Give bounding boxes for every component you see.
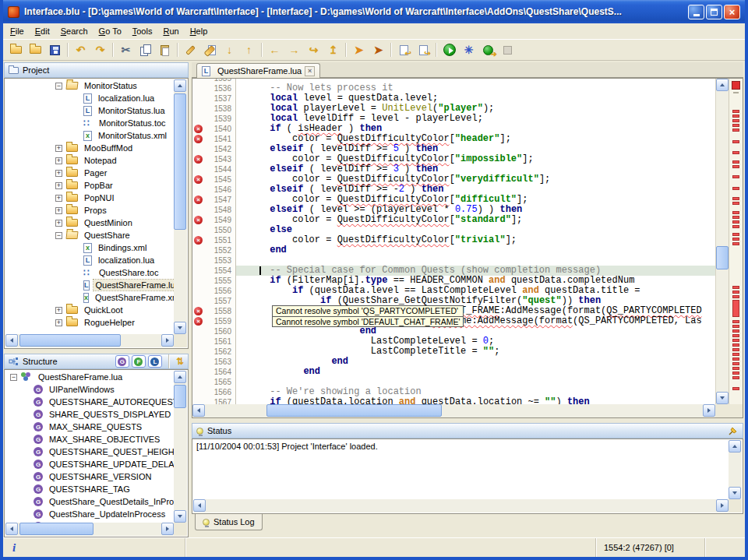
scroll-up-button[interactable] [729,440,741,453]
paste-button[interactable] [155,41,175,59]
error-stripe-mark[interactable] [732,202,739,205]
scroll-thumb[interactable] [716,246,729,269]
gutter-line-1538[interactable]: 1538 [192,104,235,114]
menu-item-go-to[interactable]: Go To [94,24,127,38]
goto-usage-button[interactable]: ↥ [323,41,343,59]
gutter-line-1549[interactable]: ×1549 [192,215,235,225]
scroll-thumb[interactable] [19,334,121,347]
error-stripe-mark[interactable] [732,387,739,390]
error-stripe[interactable] [729,79,743,404]
expand-icon[interactable]: + [55,319,62,326]
error-icon[interactable]: × [194,236,203,245]
tree-item-moobuffmod[interactable]: +MooBuffMod [5,142,174,154]
gutter-line-1551[interactable]: ×1551 [192,235,235,245]
filter-g-button[interactable]: G [115,355,129,368]
open-project-button[interactable] [6,41,26,59]
error-icon[interactable]: × [194,175,203,184]
gutter-line-1554[interactable]: 1554 [192,266,235,276]
scroll-up-button[interactable] [174,371,186,383]
status-log-content[interactable]: [11/10/2004 00:01:53] Project 'Interface… [193,440,729,499]
gutter-line-1562[interactable]: 1562 [192,347,235,357]
find-next-button[interactable]: ↓ [220,41,239,59]
redo-button[interactable]: ↷ [90,41,110,59]
code-line-1549[interactable]: color = QuestDifficultyColor["standard"]… [236,215,715,225]
error-icon[interactable]: × [194,216,203,224]
gutter-line-1544[interactable]: 1544 [192,164,235,174]
expand-icon[interactable]: + [55,307,62,314]
tree-item-pager[interactable]: +Pager [5,167,174,179]
menu-item-tools[interactable]: Tools [127,24,158,38]
structure-horizontal-scrollbar[interactable] [5,523,174,536]
scroll-down-button[interactable] [716,392,729,404]
scroll-left-button[interactable] [193,499,206,512]
menu-item-search[interactable]: Search [55,24,94,38]
tree-item-notepad[interactable]: +Notepad [5,154,174,167]
sort-icon[interactable]: ⇅ [176,356,184,367]
find-previous-button[interactable]: ↑ [239,41,259,59]
error-stripe-mark[interactable] [732,233,739,236]
gutter-line-1545[interactable]: ×1545 [192,174,235,185]
tree-item-questshareframe-lua[interactable]: LQuestShareFrame.lua [5,279,174,291]
error-stripe-mark[interactable] [732,334,739,337]
pin-icon[interactable] [728,426,739,436]
status-horizontal-scrollbar[interactable] [193,499,729,512]
tree-item-questshareframe-xml[interactable]: xQuestShareFrame.xml [5,291,174,304]
error-stripe-mark[interactable] [732,140,739,143]
collapse-icon[interactable]: − [55,83,62,90]
gutter-line-1566[interactable]: 1566 [192,387,235,397]
error-stripe-mark[interactable] [732,291,739,294]
code-line-1552[interactable]: end [236,245,715,255]
editor-horizontal-scrollbar[interactable] [192,404,715,417]
error-stripe-mark[interactable] [732,362,739,365]
gutter-line-1560[interactable]: 1560 [192,326,235,336]
project-horizontal-scrollbar[interactable] [5,334,174,347]
reload-file-button[interactable]: ↩ [394,41,414,59]
copy-button[interactable] [136,41,155,59]
error-stripe-mark[interactable] [732,295,739,298]
code-area[interactable]: -- Now lets process it local level = que… [236,79,715,404]
tab-close-icon[interactable]: × [305,66,315,76]
expand-icon[interactable]: + [55,220,62,227]
tree-item-max-share-quests[interactable]: GMAX_SHARE_QUESTS [5,421,174,433]
undo-button[interactable]: ↶ [71,41,90,59]
gutter-line-1558[interactable]: ×1558 [192,306,235,316]
scroll-right-button[interactable] [161,334,174,347]
project-vertical-scrollbar[interactable] [174,79,187,334]
tree-item-questshare-update-delay[interactable]: GQUESTSHARE_UPDATE_DELAY [5,458,174,470]
gutter-line-1550[interactable]: 1550 [192,225,235,235]
expand-icon[interactable]: + [55,170,62,177]
scroll-right-button[interactable] [716,499,729,512]
scroll-down-button[interactable] [174,510,186,523]
gutter-line-1559[interactable]: ×1559 [192,316,235,326]
gutter-line-1537[interactable]: 1537 [192,93,235,104]
error-stripe-mark[interactable] [732,119,739,122]
gutter-line-1552[interactable]: 1552 [192,245,235,255]
error-stripe-mark[interactable] [732,339,739,342]
minimize-button[interactable] [688,5,704,19]
code-line-1564[interactable]: end [236,367,715,377]
gutter-line-1564[interactable]: 1564 [192,367,235,377]
collapse-icon[interactable]: − [55,232,62,239]
error-stripe-mark[interactable] [732,220,739,224]
error-stripe-mark[interactable] [732,187,739,190]
code-line-1551[interactable]: color = QuestDifficultyColor["trivial"]; [236,235,715,245]
editor-vertical-scrollbar[interactable] [715,79,729,404]
tree-item-localization-lua[interactable]: Llocalization.lua [5,92,174,104]
cut-button[interactable]: ✂ [116,41,136,59]
scroll-left-button[interactable] [5,334,18,347]
code-line-1567[interactable]: if (questData.location and questData.loc… [236,397,715,404]
error-icon[interactable]: × [194,317,203,326]
error-stripe-mark[interactable] [732,367,739,370]
error-stripe-mark[interactable] [732,329,739,333]
error-stripe-mark[interactable] [732,165,739,168]
menu-item-file[interactable]: File [5,24,30,38]
tree-item-questshare-autorequest-c[interactable]: GQUESTSHARE_AUTOREQUEST_C [5,396,174,408]
error-icon[interactable]: × [194,125,203,133]
expand-icon[interactable]: + [55,157,62,164]
navigate-back-button[interactable]: ← [265,41,284,59]
error-stripe-mark[interactable] [732,353,739,356]
navigate-forward-button[interactable]: → [284,41,304,59]
error-stripe-mark[interactable] [732,238,739,241]
gutter-line-1539[interactable]: 1539 [192,114,235,124]
maximize-button[interactable] [706,5,722,19]
